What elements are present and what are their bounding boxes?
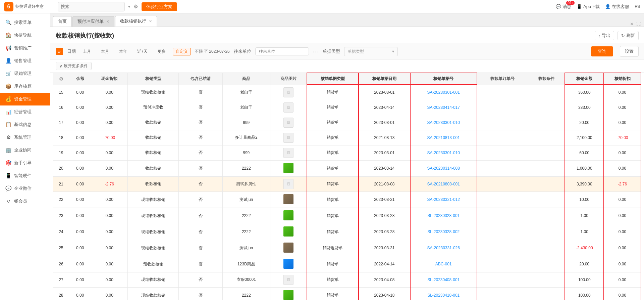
bill-type-select[interactable]: 单据类型 ▾ (344, 47, 398, 56)
cell-cancel-bill-no[interactable]: SA-20210808-001 (410, 176, 477, 191)
gear-icon[interactable]: ⚙ (133, 3, 138, 10)
cell-goods-img (270, 224, 307, 240)
filter-toggle-button[interactable]: » (56, 48, 63, 55)
cell-cancel-bill-no[interactable]: ABC-001 (410, 256, 477, 272)
sidebar-item-finance[interactable]: 💰 资金管理 (0, 93, 50, 105)
tab-prepay-close[interactable]: ✕ (106, 19, 109, 24)
logo-text: 畅捷通谱好生意 (15, 4, 44, 9)
cell-num: 18 (53, 130, 69, 145)
sidebar-item-hardware[interactable]: 📱 智能硬件 (0, 169, 50, 182)
cell-cancel-type: 现结收款核销 (128, 287, 179, 300)
logo-icon: 6 (4, 2, 13, 11)
cell-receipt-condition (528, 224, 565, 240)
sidebar-item-basic[interactable]: 📋 基础信息 (0, 118, 50, 131)
cell-cancel-bill-no[interactable]: SA-20210813-001 (410, 130, 477, 145)
sidebar-item-purchase[interactable]: 🛒 采购管理 (0, 67, 50, 80)
cell-cancel-type: 收款核销 (128, 145, 179, 160)
cell-cancel-bill-no[interactable]: SA-20230314-008 (410, 160, 477, 176)
sidebar-item-inventory[interactable]: 📦 库存核算 (0, 80, 50, 93)
industry-button[interactable]: 休验行业方案 (142, 2, 177, 11)
cell-cancel-bill-date: 2023-03-28 (359, 224, 410, 240)
tab-cancel[interactable]: 收款核销执行 ✕ (115, 16, 157, 27)
sidebar-item-wechat[interactable]: 💬 企业微信 (0, 182, 50, 195)
table-row: 25 0.00 0.00 现结收款核销 否 测试jun 销货退货单 2023-0… (53, 240, 641, 256)
tab-home[interactable]: 首页 (53, 16, 72, 27)
this-year-btn[interactable]: 本年 (116, 48, 130, 55)
cell-cancel-bill-no[interactable]: SA-20230301-001 (410, 85, 477, 100)
cell-cancel-bill-no[interactable]: SL-20230328-001 (410, 208, 477, 224)
cell-discount: 0.00 (91, 224, 128, 240)
sidebar-item-enterprise[interactable]: 🏢 企业协同 (0, 144, 50, 157)
cell-receipt-order-no (477, 208, 528, 224)
tab-prepay[interactable]: 预付冲应付单 ✕ (72, 16, 114, 27)
window-close-icon[interactable]: ✕ (630, 22, 634, 27)
cell-cancel-bill-no[interactable]: SL-20230408-001 (410, 272, 477, 287)
refresh-icon: ↻ (621, 33, 625, 38)
sidebar-item-search-menu[interactable]: 🔍 搜索菜单 (0, 16, 50, 29)
settings-button[interactable]: 设置 (620, 46, 639, 57)
cancel-bill-no-link[interactable]: SL-20230418-001 (427, 293, 460, 298)
sidebar-item-marketing[interactable]: 📢 营销推广 (0, 42, 50, 54)
search-input[interactable] (58, 2, 125, 11)
cell-balance: 0.00 (69, 256, 91, 272)
cell-cancel-bill-no[interactable]: SA-20230301-010 (410, 115, 477, 130)
cell-cancel-amount: 100.00 (565, 272, 604, 287)
counter-party-more-icon[interactable]: ··· (313, 49, 319, 54)
cancel-bill-no-link[interactable]: ABC-001 (435, 262, 452, 266)
tab-cancel-close[interactable]: ✕ (149, 19, 152, 24)
cancel-bill-no-link[interactable]: SA-20230314-008 (427, 166, 460, 171)
cell-balance: 0.00 (69, 272, 91, 287)
refresh-button[interactable]: ↻ 刷新 (618, 31, 639, 40)
query-button[interactable]: 查询 (591, 46, 613, 56)
gear-header-icon[interactable]: ⚙ (59, 76, 63, 82)
custom-date-btn[interactable]: 自定义 (173, 48, 191, 55)
export-button[interactable]: ↑ 导出 (595, 31, 614, 40)
cell-discount: 0.00 (91, 160, 128, 176)
sidebar-item-operations[interactable]: 📊 经营管理 (0, 105, 50, 118)
cancel-bill-no-link[interactable]: SA-20230301-010 (427, 151, 460, 155)
cancel-bill-no-link[interactable]: SA-20210808-001 (427, 182, 460, 186)
sidebar-item-guide[interactable]: 🎯 新手引导 (0, 157, 50, 169)
app-download-button[interactable]: 📱 App下载 (577, 4, 600, 10)
cancel-bill-no-link[interactable]: SA-20230301-010 (427, 120, 460, 125)
sales-icon: 👤 (5, 58, 11, 64)
page-header: 收款核销执行(按收款) ↑ 导出 ↻ 刷新 (50, 27, 644, 43)
cancel-bill-no-link[interactable]: SA-20230331-026 (427, 246, 460, 250)
quick-nav-icon: 🏠 (5, 32, 11, 38)
window-maximize-icon[interactable]: ⛶ (636, 22, 641, 27)
cancel-bill-no-link[interactable]: SL-20230328-001 (427, 213, 460, 218)
cell-cancel-bill-no[interactable]: SA-20230321-012 (410, 191, 477, 208)
cancel-bill-no-link[interactable]: SL-20230408-001 (427, 277, 460, 282)
last-month-btn[interactable]: 上月 (80, 48, 94, 55)
cancel-bill-no-link[interactable]: SA-20210813-001 (427, 135, 460, 140)
cell-cancel-discount: 0.00 (604, 85, 641, 100)
last-7days-btn[interactable]: 近7天 (134, 48, 151, 55)
online-service-button[interactable]: 👤 在线客服 (605, 4, 629, 10)
cell-cancel-amount: 20.00 (565, 115, 604, 130)
cell-cancel-bill-no[interactable]: SL-20230418-001 (410, 287, 477, 300)
cell-cancel-bill-no[interactable]: SL-20230328-002 (410, 224, 477, 240)
this-month-btn[interactable]: 本月 (98, 48, 112, 55)
cell-cancel-bill-no[interactable]: SA-20230331-026 (410, 240, 477, 256)
cell-cancel-bill-type: 销货单 (307, 224, 359, 240)
cancel-bill-no-link[interactable]: SL-20230328-002 (427, 229, 460, 234)
message-button[interactable]: 💬 消息 99+ (556, 4, 571, 10)
sidebar-item-quick-nav[interactable]: 🏠 快捷导航 (0, 29, 50, 42)
expand-more-btn[interactable]: ∨ 展开更多条件 (56, 62, 92, 70)
counter-party-input[interactable] (255, 47, 309, 55)
more-date-btn[interactable]: 更多 (155, 48, 169, 55)
cell-cancel-bill-no[interactable]: SA-20230301-010 (410, 145, 477, 160)
search-dropdown-icon[interactable]: ▾ (128, 4, 130, 9)
user-menu[interactable]: Rit (635, 4, 640, 9)
sidebar-item-vip[interactable]: V 畅会员 (0, 195, 50, 208)
cell-balance: 0.00 (69, 224, 91, 240)
cell-goods-img: 🖼 (270, 100, 307, 115)
sidebar-item-system[interactable]: ⚙ 系统管理 (0, 131, 50, 144)
cell-receipt-order-no (477, 145, 528, 160)
cell-cancel-bill-no[interactable]: SA-20230414-017 (410, 100, 477, 115)
cancel-bill-no-link[interactable]: SA-20230321-012 (427, 197, 460, 202)
cancel-bill-no-link[interactable]: SA-20230301-001 (427, 90, 460, 95)
sidebar-item-sales[interactable]: 👤 销售管理 (0, 54, 50, 67)
cell-goods: 测试多属性 (222, 176, 270, 191)
cancel-bill-no-link[interactable]: SA-20230414-017 (427, 105, 460, 110)
